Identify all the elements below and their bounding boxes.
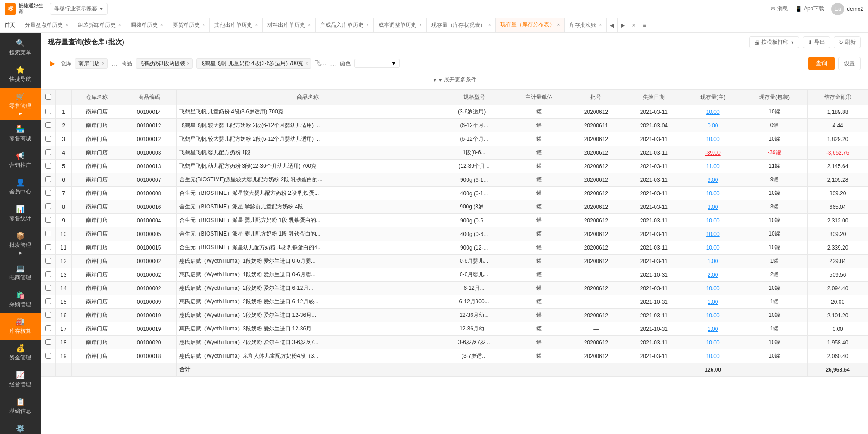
row-qty[interactable]: 1.00 [684,322,741,336]
print-button[interactable]: 🖨 按模板打印 ▼ [749,36,799,48]
row-qty[interactable]: 2.00 [684,268,741,282]
row-checkbox[interactable] [45,326,51,331]
app-download-button[interactable]: 📱 App下载 [795,5,824,13]
tab-tiaob-close[interactable]: × [160,23,163,28]
row-checkbox[interactable] [45,136,51,142]
sidebar-item-quicknav[interactable]: ⭐ 快捷导航 [0,61,41,88]
row-qty[interactable]: 10.00 [684,336,741,349]
row-checkbox-cell[interactable] [41,214,56,227]
row-checkbox-cell[interactable] [41,173,56,187]
sidebar-item-basic[interactable]: 📋 基础信息 [0,393,41,420]
tab-qitachu[interactable]: 其他出库单历史 × [210,18,263,33]
row-checkbox-cell[interactable] [41,349,56,363]
tab-chanpin[interactable]: 产成品入库单历史 × [316,18,374,33]
product-filter-tag-1[interactable]: 飞鹤奶粉3段两提装 × [136,58,193,69]
row-qty[interactable]: 10.00 [684,187,741,200]
tab-home[interactable]: 首页 [0,18,20,33]
row-checkbox-cell[interactable] [41,268,56,282]
sidebar-item-retail[interactable]: 🛒 零售管理 ▶ [0,88,41,120]
row-checkbox-cell[interactable] [41,309,56,322]
tab-fenp[interactable]: 分量盘点单历史 × [20,18,73,33]
row-checkbox[interactable] [45,353,51,359]
set-button[interactable]: 设置 [838,57,861,70]
row-checkbox[interactable] [45,217,51,223]
product-tag-2-close[interactable]: × [305,61,308,66]
tab-cailiaochu[interactable]: 材料出库单历史 × [263,18,316,33]
sidebar-item-batch[interactable]: 📦 批发管理 ▶ [0,227,41,259]
row-qty[interactable]: 10.00 [684,309,741,322]
sidebar-item-market[interactable]: 📢 营销推广 [0,147,41,174]
row-checkbox-cell[interactable] [41,322,56,336]
th-checkbox[interactable] [41,90,56,105]
tab-xianzf[interactable]: 现存量（库存分布表） × [496,18,565,33]
row-checkbox[interactable] [45,163,51,169]
row-checkbox-cell[interactable] [41,132,56,146]
row-checkbox[interactable] [45,285,51,291]
tab-xianzl-close[interactable]: × [488,23,491,28]
product-filter-tag-2[interactable]: 飞鹤星飞帆 儿童奶粉 4段(3-6岁适用) 700克 × [196,58,311,69]
row-checkbox-cell[interactable] [41,119,56,132]
row-checkbox-cell[interactable] [41,200,56,214]
row-qty[interactable]: 0.00 [684,119,741,132]
industry-select[interactable]: 母婴行业演示账套 ▼ [50,3,108,15]
tab-kucpi-close[interactable]: × [599,23,602,28]
sidebar-item-purchase[interactable]: 🛍️ 采购管理 [0,286,41,313]
row-checkbox[interactable] [45,244,51,250]
tab-yaoh[interactable]: 要货单历史 × [168,18,210,33]
row-checkbox-cell[interactable] [41,160,56,173]
row-checkbox[interactable] [45,258,51,264]
tab-zuche[interactable]: 组装拆卸单历史 × [73,18,126,33]
tab-close-all-button[interactable]: × [628,18,639,33]
row-qty[interactable]: 10.00 [684,349,741,363]
tab-chengben[interactable]: 成本调整单历史 × [374,18,427,33]
row-checkbox-cell[interactable] [41,105,56,119]
sidebar-item-inventory[interactable]: 🏭 库存核算 [0,313,41,340]
select-all-checkbox[interactable] [45,94,51,100]
row-checkbox[interactable] [45,108,51,114]
row-qty[interactable]: 10.00 [684,227,741,241]
tab-xianzf-close[interactable]: × [557,22,560,27]
row-checkbox-cell[interactable] [41,295,56,309]
color-select[interactable]: ▼ [354,59,400,68]
row-checkbox[interactable] [45,203,51,209]
row-checkbox-cell[interactable] [41,187,56,200]
row-checkbox-cell[interactable] [41,146,56,160]
filter-expand-arrow[interactable]: ▶ [48,56,57,71]
row-checkbox[interactable] [45,231,51,236]
tab-tiaob[interactable]: 调拨单历史 × [126,18,168,33]
row-qty[interactable]: 11.00 [684,160,741,173]
row-qty[interactable]: -39.00 [684,146,741,160]
warehouse-filter-tag[interactable]: 南岸门店 × [75,58,108,69]
tab-qitachu-close[interactable]: × [255,23,258,28]
warehouse-tag-close[interactable]: × [102,61,104,66]
sidebar-item-finance[interactable]: 💰 资金管理 [0,340,41,366]
row-checkbox[interactable] [45,122,51,128]
row-checkbox-cell[interactable] [41,282,56,295]
tab-prev-button[interactable]: ◀ [607,18,618,33]
row-checkbox-cell[interactable] [41,241,56,255]
row-qty[interactable]: 10.00 [684,214,741,227]
row-checkbox[interactable] [45,271,51,277]
row-checkbox-cell[interactable] [41,255,56,268]
sidebar-item-ecom2[interactable]: 💻 电商管理 [0,259,41,286]
tab-zuche-close[interactable]: × [118,23,121,28]
row-checkbox[interactable] [45,339,51,345]
product-tag-1-close[interactable]: × [187,61,190,66]
row-checkbox[interactable] [45,298,51,304]
tab-fenp-close[interactable]: × [66,23,68,28]
row-checkbox[interactable] [45,149,51,155]
product-more[interactable]: 飞... [315,59,326,67]
row-checkbox-cell[interactable] [41,336,56,349]
tab-yaoh-close[interactable]: × [203,23,205,28]
row-qty[interactable]: 9.00 [684,173,741,187]
row-checkbox[interactable] [45,190,51,196]
sidebar-item-ops[interactable]: 📈 经营管理 [0,366,41,393]
tab-chanpin-close[interactable]: × [366,23,369,28]
sidebar-item-sys[interactable]: ⚙️ 系统管理 [0,420,41,434]
product-more-dots[interactable]: … [330,60,336,67]
refresh-button[interactable]: ↻ 刷新 [834,36,861,48]
expand-conditions-button[interactable]: ▼▼ 展开更多条件 [429,74,480,85]
query-button[interactable]: 查询 [808,57,835,70]
sidebar-item-ecomm[interactable]: 🏪 零售商城 [0,120,41,147]
sidebar-item-member[interactable]: 👤 会员中心 [0,174,41,200]
